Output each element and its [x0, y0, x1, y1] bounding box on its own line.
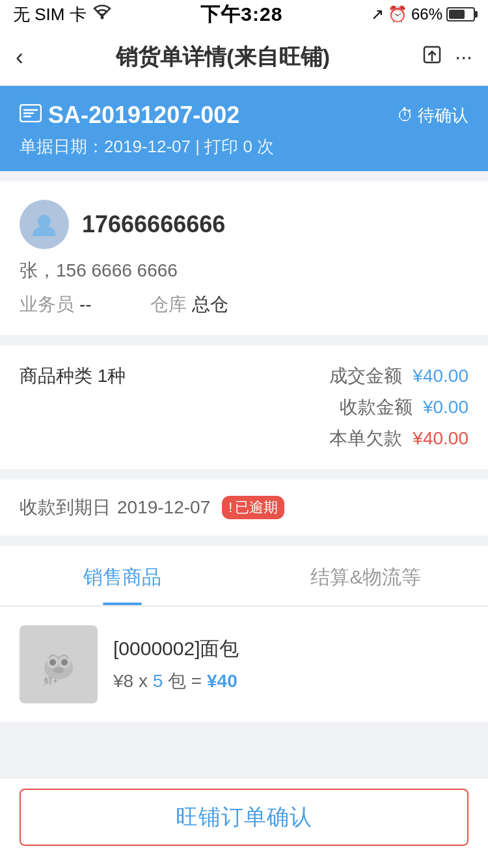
tabs: 销售商品 结算&物流等 [0, 546, 488, 606]
battery-text: 66% [411, 5, 442, 23]
multiply-symbol: x [139, 671, 153, 691]
balance-amount-value: ¥40.00 [413, 428, 468, 449]
svg-point-7 [49, 659, 56, 666]
summary-card: 商品种类 1种 成交金额 ¥40.00 收款金额 ¥0.00 本单欠款 ¥40.… [0, 346, 488, 469]
order-meta: 单据日期：2019-12-07 | 打印 0 次 [20, 135, 468, 158]
nav-right-icons: ··· [422, 45, 472, 69]
deal-amount-value: ¥40.00 [413, 366, 468, 387]
equals-symbol: = [191, 671, 207, 691]
received-amount-row: 收款金额 ¥0.00 [340, 395, 468, 420]
product-types-label: 商品种类 [20, 366, 92, 386]
overdue-badge-icon: ! [228, 499, 232, 516]
product-list: 鲜+ [0000002]面包 ¥8 x 5 包 = ¥40 [0, 607, 488, 722]
product-price: ¥8 x 5 包 = ¥40 [113, 669, 468, 694]
balance-amount-row: 本单欠款 ¥40.00 [329, 426, 468, 451]
received-amount-label: 收款金额 [340, 395, 413, 420]
product-types-item: 商品种类 1种 [20, 364, 126, 388]
status-left: 无 SIM 卡 [13, 3, 113, 26]
battery-icon [446, 7, 475, 21]
warehouse-value: 总仓 [192, 292, 228, 317]
deal-amount-row: 成交金额 ¥40.00 [329, 364, 468, 388]
share-icon[interactable] [422, 45, 442, 69]
customer-card: 17666666666 张，156 6666 6666 业务员 -- 仓库 总仓 [0, 182, 488, 335]
confirm-button[interactable]: 旺铺订单确认 [20, 789, 468, 846]
overdue-badge-text: 已逾期 [235, 498, 278, 517]
salesperson-value: -- [79, 294, 92, 315]
summary-left: 商品种类 1种 [20, 364, 126, 388]
overdue-label: 收款到期日 [20, 495, 111, 520]
product-types-value: 1种 [98, 366, 126, 386]
nav-bar: ‹ 销货单详情(来自旺铺) ··· [0, 29, 488, 86]
order-icon [20, 104, 42, 127]
customer-phone: 17666666666 [82, 211, 225, 238]
page-title: 销货单详情(来自旺铺) [23, 42, 422, 72]
svg-text:鲜+: 鲜+ [44, 675, 58, 686]
bottom-bar: 旺铺订单确认 [0, 778, 488, 868]
table-row: 鲜+ [0000002]面包 ¥8 x 5 包 = ¥40 [0, 607, 488, 722]
order-header-card: SA-20191207-002 ⏱ 待确认 单据日期：2019-12-07 | … [0, 86, 488, 171]
product-name: [0000002]面包 [113, 636, 468, 662]
status-bar: 无 SIM 卡 下午3:28 ↗ ⏰ 66% [0, 0, 488, 29]
more-icon[interactable]: ··· [455, 45, 472, 69]
overdue-date: 2019-12-07 [117, 497, 210, 518]
svg-point-8 [61, 659, 68, 666]
unit-text: 包 [168, 671, 186, 691]
overdue-card: 收款到期日 2019-12-07 ! 已逾期 [0, 480, 488, 536]
overdue-badge: ! 已逾期 [222, 496, 284, 519]
product-thumbnail: 鲜+ [20, 625, 98, 703]
order-status: ⏱ 待确认 [397, 104, 468, 127]
warehouse-label: 仓库 [150, 292, 187, 317]
customer-detail: 张，156 6666 6666 [20, 258, 468, 283]
received-amount-value: ¥0.00 [423, 397, 468, 418]
warehouse-item: 仓库 总仓 [150, 292, 228, 317]
price-value: ¥8 [113, 671, 133, 691]
tab-products[interactable]: 销售商品 [0, 546, 244, 605]
wifi-icon [92, 5, 113, 25]
time-display: 下午3:28 [200, 1, 282, 28]
back-button[interactable]: ‹ [16, 44, 23, 71]
tab-settlement[interactable]: 结算&物流等 [244, 546, 488, 605]
avatar [20, 200, 69, 249]
svg-point-0 [100, 16, 103, 19]
product-qty: 5 [153, 671, 163, 691]
carrier-text: 无 SIM 卡 [13, 3, 87, 26]
product-info: [0000002]面包 ¥8 x 5 包 = ¥40 [113, 636, 468, 694]
order-id: SA-20191207-002 [20, 102, 239, 129]
product-total: ¥40 [207, 671, 237, 691]
salesperson-item: 业务员 -- [20, 292, 92, 317]
salesperson-label: 业务员 [20, 292, 74, 317]
gps-icon: ↗ [371, 5, 384, 23]
clock-icon: ⏱ [397, 105, 414, 126]
balance-amount-label: 本单欠款 [329, 426, 402, 451]
alarm-icon: ⏰ [388, 5, 407, 23]
status-right: ↗ ⏰ 66% [371, 5, 475, 23]
summary-right: 成交金额 ¥40.00 收款金额 ¥0.00 本单欠款 ¥40.00 [329, 364, 468, 451]
deal-amount-label: 成交金额 [329, 364, 402, 388]
svg-point-9 [53, 667, 64, 673]
customer-meta: 业务员 -- 仓库 总仓 [20, 292, 468, 317]
